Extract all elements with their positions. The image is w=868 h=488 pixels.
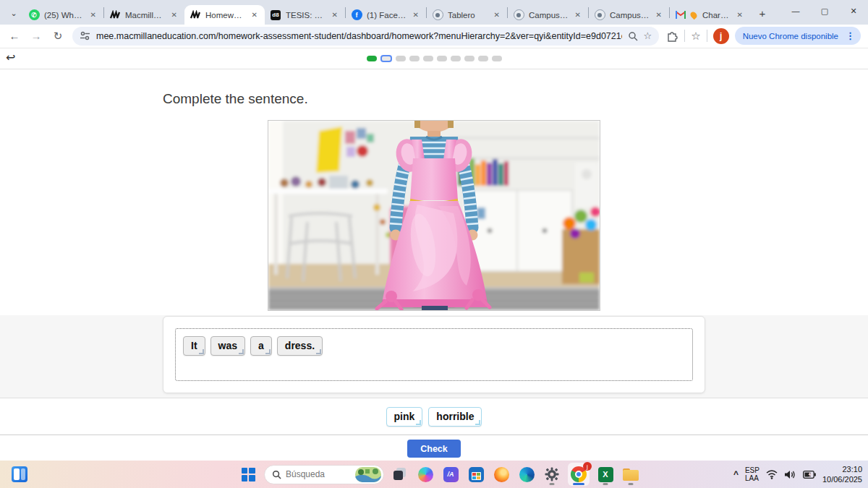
tab-charla[interactable]: Charla In ✕ [670,5,750,25]
keyboard-layout: LAA [745,474,760,483]
tab-close-icon[interactable]: ✕ [492,10,502,20]
toolbar-divider [707,30,707,42]
firefox-icon[interactable] [492,463,511,486]
taskbar-clock[interactable]: 23:10 10/06/2025 [822,464,862,485]
profile-avatar[interactable]: j [713,28,729,44]
tab-tesis[interactable]: d8 TESIS: TEORI ✕ [265,5,345,25]
tab-facebook[interactable]: f (1) Facebook ✕ [346,5,426,25]
task-view-icon[interactable] [391,463,409,486]
tab-close-icon[interactable]: ✕ [654,10,664,20]
pinned-extension-icon[interactable]: ☆ [691,30,700,43]
tab-title: Homework [205,11,245,20]
exercise-content: Complete the sentence. [0,70,868,461]
maximize-button[interactable]: ▢ [810,0,839,22]
taskbar-search[interactable] [264,465,384,484]
running-indicator-active [573,483,584,485]
tab-close-icon[interactable]: ✕ [735,10,745,20]
url-input[interactable] [96,31,622,41]
exercise-photo [268,120,600,311]
chrome-icon-active[interactable]: j [568,463,590,486]
bing-daily-image[interactable] [355,467,381,482]
movavi-icon[interactable]: /A [441,463,460,486]
sentence-dropzone[interactable]: It was a dress. [175,328,693,381]
progress-dot [437,56,447,61]
browser-menu-icon[interactable]: ⋮ [843,30,858,41]
language-indicator[interactable]: ESP LAA [745,466,760,483]
check-button[interactable]: Check [407,440,461,458]
word-chip[interactable]: a [250,336,272,356]
progress-indicator [0,48,868,69]
answer-card: It was a dress. [163,316,705,393]
copilot-icon[interactable] [416,463,435,486]
tab-close-icon[interactable]: ✕ [250,10,260,20]
tab-campus-2[interactable]: Campus Virtu ✕ [589,5,669,25]
excel-icon[interactable]: X [596,463,615,486]
volume-icon[interactable] [784,470,796,479]
tab-title: Macmillan Ed [125,11,165,20]
reload-button[interactable]: ↻ [51,30,65,43]
word-chip[interactable]: dress. [277,336,323,356]
gmail-icon [675,9,686,21]
tab-close-icon[interactable]: ✕ [169,10,179,20]
macmillan-logo-icon [109,9,121,21]
tab-close-icon[interactable]: ✕ [573,10,583,20]
progress-dot [396,56,406,61]
tab-title: (1) Facebook [367,11,407,20]
tray-expand-icon[interactable]: ^ [733,469,739,479]
tab-close-icon[interactable]: ✕ [411,10,421,20]
chrome-update-button[interactable]: Nuevo Chrome disponible ⋮ [735,27,861,45]
chrome-update-label: Nuevo Chrome disponible [743,32,838,40]
word-chip[interactable]: was [210,336,245,356]
tab-close-icon[interactable]: ✕ [88,10,98,20]
tab-search-chevron-icon[interactable]: ⌄ [4,4,23,22]
tab-tablero[interactable]: Tablero ✕ [427,5,507,25]
macmillan-logo-icon [190,9,201,21]
tab-campus-1[interactable]: Campus Virtu ✕ [508,5,588,25]
progress-dot [367,56,377,61]
site-settings-icon[interactable] [80,31,90,40]
start-button[interactable] [239,463,258,486]
minimize-button[interactable]: — [781,0,810,22]
whatsapp-icon: ✆ [28,9,40,21]
language-code: ESP [745,466,760,475]
extensions-puzzle-icon[interactable] [666,30,678,42]
tab-whatsapp[interactable]: ✆ (25) WhatsAp ✕ [23,5,103,25]
wifi-icon[interactable] [766,470,778,479]
word-bank: pink horrible [0,398,868,435]
tab-close-icon[interactable]: ✕ [330,10,340,20]
close-window-button[interactable]: ✕ [839,0,868,22]
campus-crest-icon [594,9,605,21]
word-bank-chip[interactable]: pink [386,407,423,427]
tray-date: 10/06/2025 [822,474,862,484]
file-explorer-icon[interactable] [621,463,640,486]
back-button[interactable]: ← [7,30,22,42]
taskbar-center: /A j X [239,461,640,488]
battery-icon[interactable] [803,471,816,479]
microsoft-store-icon[interactable] [467,463,485,486]
progress-dot [409,56,420,61]
zoom-icon[interactable] [628,31,638,41]
document-icon: d8 [270,9,281,21]
new-tab-button[interactable]: + [753,4,772,22]
settings-icon[interactable] [542,463,561,486]
facebook-icon: f [351,9,362,21]
taskbar-search-input[interactable] [286,469,344,479]
toolbar-right: ☆ j Nuevo Chrome disponible ⋮ [666,27,861,45]
search-icon [272,470,281,479]
omnibox[interactable]: ☆ [72,27,659,46]
widgets-icon[interactable] [12,466,27,482]
progress-dot [464,56,475,61]
check-section: Check [0,435,868,461]
word-bank-chip[interactable]: horrible [428,407,482,427]
progress-dot [478,56,488,61]
windows-taskbar: /A j X ^ ESP LAA [0,461,868,488]
bookmark-star-icon[interactable]: ☆ [644,30,652,41]
tab-title: Tablero [448,11,488,20]
word-chip[interactable]: It [183,336,205,356]
forward-button[interactable]: → [29,30,43,42]
tab-homework-active[interactable]: Homework ✕ [184,5,265,25]
progress-dot [451,56,461,61]
chrome-notification-badge: j [583,462,592,471]
edge-icon[interactable] [517,463,536,486]
tab-macmillan[interactable]: Macmillan Ed ✕ [104,5,184,25]
